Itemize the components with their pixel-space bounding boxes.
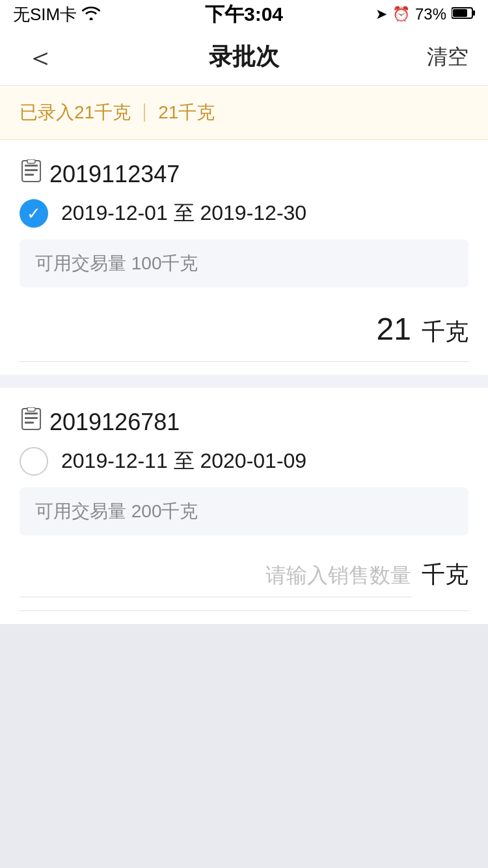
checkmark-icon: ✓: [27, 205, 41, 222]
amount-label: 21千克: [158, 100, 215, 125]
status-bar: 无SIM卡 下午3:04 ➤ ⏰ 73%: [0, 0, 488, 29]
main-content: 已录入21千克 21千克 2019112347 ✓ 2019-12-01 至 2…: [0, 86, 488, 868]
card-1-available: 可用交易量 100千克: [20, 239, 468, 288]
battery-icon: [452, 5, 475, 23]
card-2-row: 2019-12-11 至 2020-01-09: [20, 447, 468, 476]
back-button[interactable]: ＜: [20, 36, 61, 78]
svg-rect-2: [453, 9, 467, 17]
clear-button[interactable]: 清空: [427, 43, 468, 72]
svg-rect-12: [27, 407, 35, 411]
svg-rect-9: [25, 413, 38, 414]
card-2-id: 2019126781: [49, 409, 180, 436]
card-1-header: 2019112347: [20, 159, 468, 189]
battery-label: 73%: [415, 5, 446, 23]
svg-rect-11: [25, 422, 34, 424]
location-icon: ➤: [375, 6, 387, 23]
svg-rect-4: [25, 165, 38, 167]
status-time: 下午3:04: [205, 1, 283, 28]
card-1-row: ✓ 2019-12-01 至 2019-12-30: [20, 199, 468, 228]
nav-bar: ＜ 录批次 清空: [0, 29, 488, 86]
gray-area: [0, 624, 488, 868]
status-left: 无SIM卡: [13, 3, 100, 26]
wifi-icon: [82, 5, 100, 25]
card-1-divider: [20, 361, 468, 362]
recorded-label: 已录入21千克: [20, 100, 131, 125]
card-2: 2019126781 2019-12-11 至 2020-01-09 可用交易量…: [0, 388, 488, 624]
alarm-icon: ⏰: [392, 6, 410, 23]
svg-rect-5: [25, 169, 38, 171]
card-1-radio[interactable]: ✓: [20, 199, 48, 228]
svg-rect-6: [25, 174, 34, 176]
card-2-radio[interactable]: [20, 447, 48, 476]
svg-rect-1: [473, 10, 475, 16]
card-2-icon: [20, 407, 43, 437]
card-1-quantity-unit: 千克: [422, 316, 468, 348]
card-2-unit: 千克: [422, 559, 468, 591]
card-2-header: 2019126781: [20, 407, 468, 437]
carrier-label: 无SIM卡: [13, 3, 77, 26]
card-1-icon: [20, 159, 43, 189]
card-1-date: 2019-12-01 至 2019-12-30: [61, 199, 306, 228]
section-gap-1: [0, 375, 488, 388]
info-divider: [144, 103, 145, 122]
card-1: 2019112347 ✓ 2019-12-01 至 2019-12-30 可用交…: [0, 140, 488, 375]
status-right: ➤ ⏰ 73%: [375, 5, 475, 23]
svg-rect-7: [27, 159, 35, 163]
card-1-quantity-row: 21 千克: [20, 301, 468, 361]
card-1-quantity-value: 21: [377, 311, 411, 347]
card-2-divider: [20, 610, 468, 611]
card-2-date: 2019-12-11 至 2020-01-09: [61, 447, 306, 476]
page-title: 录批次: [209, 41, 279, 73]
quantity-placeholder: 请输入销售数量: [265, 562, 411, 590]
card-2-available: 可用交易量 200千克: [20, 487, 468, 536]
card-1-id: 2019112347: [49, 161, 180, 188]
info-banner: 已录入21千克 21千克: [0, 86, 488, 140]
svg-rect-10: [25, 417, 38, 419]
